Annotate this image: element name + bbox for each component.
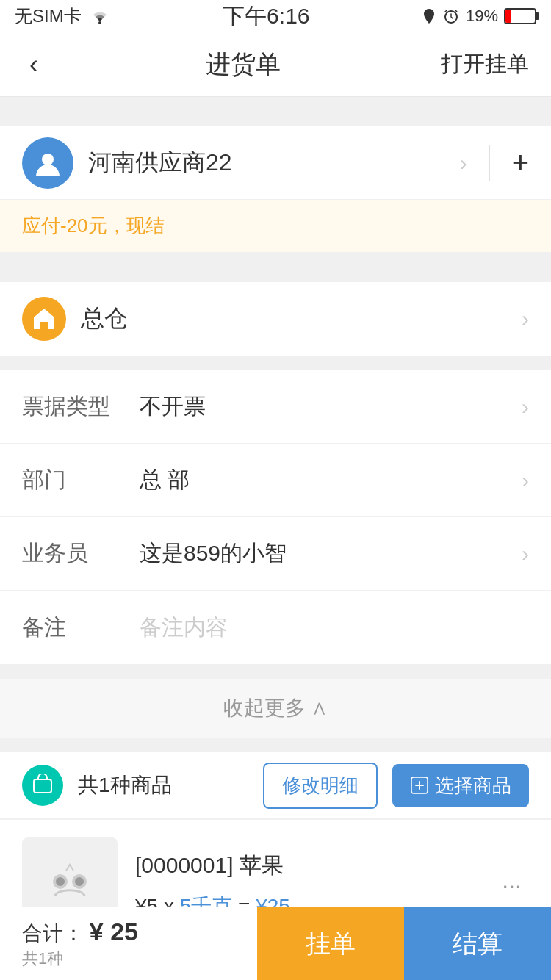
warehouse-row[interactable]: 总仓 › bbox=[0, 282, 551, 356]
notice-text: 应付-20元，现结 bbox=[22, 215, 165, 237]
dept-row[interactable]: 部门 总 部 › bbox=[0, 444, 551, 517]
warehouse-section: 总仓 › bbox=[0, 282, 551, 356]
product-name: [0000001] 苹果 bbox=[135, 851, 477, 881]
total-amount: ¥ 25 bbox=[90, 918, 138, 945]
select-icon bbox=[410, 776, 429, 795]
alarm-icon bbox=[442, 7, 460, 25]
wifi-icon bbox=[89, 8, 111, 24]
add-supplier-button[interactable]: + bbox=[512, 146, 529, 179]
total-label: 合计： bbox=[22, 922, 84, 945]
invoice-value: 不开票 bbox=[110, 392, 522, 422]
supplier-row[interactable]: 河南供应商22 › + bbox=[0, 126, 551, 200]
select-product-button[interactable]: 选择商品 bbox=[392, 764, 529, 807]
form-section: 票据类型 不开票 › 部门 总 部 › 业务员 这是859的小智 › 备注 备注… bbox=[0, 370, 551, 664]
supplier-chevron-icon: › bbox=[460, 151, 467, 176]
edit-detail-button[interactable]: 修改明细 bbox=[263, 763, 378, 809]
supplier-divider bbox=[489, 145, 490, 181]
open-hang-button[interactable]: 打开挂单 bbox=[441, 49, 529, 79]
product-code: [0000001] bbox=[135, 853, 233, 877]
status-left: 无SIM卡 bbox=[15, 4, 111, 28]
supplier-name: 河南供应商22 bbox=[88, 147, 460, 179]
note-label: 备注 bbox=[22, 613, 110, 643]
dept-value: 总 部 bbox=[110, 465, 522, 495]
supplier-section: 河南供应商22 › + 应付-20元，现结 bbox=[0, 126, 551, 253]
invoice-chevron-icon: › bbox=[522, 394, 529, 419]
product-more-button[interactable]: ··· bbox=[494, 865, 529, 907]
status-bar: 无SIM卡 下午6:16 19% bbox=[0, 0, 551, 32]
products-icon bbox=[22, 765, 63, 806]
location-icon bbox=[422, 7, 436, 25]
status-time: 下午6:16 bbox=[223, 1, 309, 32]
status-right: 19% bbox=[422, 7, 536, 26]
invoice-row[interactable]: 票据类型 不开票 › bbox=[0, 370, 551, 444]
battery-icon bbox=[504, 8, 536, 24]
notice-banner: 应付-20元，现结 bbox=[0, 200, 551, 253]
dept-label: 部门 bbox=[22, 465, 110, 495]
collapse-bar[interactable]: 收起更多 ∧ bbox=[0, 679, 551, 738]
cart-icon bbox=[31, 774, 54, 797]
salesperson-row[interactable]: 业务员 这是859的小智 › bbox=[0, 517, 551, 591]
svg-point-9 bbox=[75, 877, 84, 886]
note-placeholder: 备注内容 bbox=[110, 613, 529, 643]
warehouse-chevron-icon: › bbox=[522, 306, 529, 331]
product-title: 苹果 bbox=[240, 853, 284, 877]
note-row[interactable]: 备注 备注内容 bbox=[0, 591, 551, 664]
section-divider-2 bbox=[0, 253, 551, 267]
dept-chevron-icon: › bbox=[522, 468, 529, 493]
warehouse-icon bbox=[22, 297, 66, 341]
salesperson-label: 业务员 bbox=[22, 538, 110, 569]
product-logo-icon bbox=[40, 856, 99, 915]
home-icon bbox=[31, 306, 57, 332]
products-header: 共1种商品 修改明细 选择商品 bbox=[0, 752, 551, 818]
nav-bar: ‹ 进货单 打开挂单 bbox=[0, 32, 551, 97]
total-line: 合计： ¥ 25 bbox=[22, 918, 235, 948]
checkout-button[interactable]: 结算 bbox=[404, 907, 551, 980]
carrier-text: 无SIM卡 bbox=[15, 4, 82, 28]
svg-rect-4 bbox=[34, 779, 51, 793]
salesperson-chevron-icon: › bbox=[522, 541, 529, 566]
section-divider-1 bbox=[0, 97, 551, 112]
svg-point-8 bbox=[56, 877, 65, 886]
warehouse-name: 总仓 bbox=[81, 303, 522, 335]
page-title: 进货单 bbox=[206, 48, 281, 82]
svg-rect-3 bbox=[40, 322, 48, 329]
bottom-bar: 合计： ¥ 25 共1种 挂单 结算 bbox=[0, 907, 551, 980]
back-button[interactable]: ‹ bbox=[22, 42, 46, 87]
total-sub: 共1种 bbox=[22, 948, 235, 970]
select-product-label: 选择商品 bbox=[435, 773, 511, 799]
products-count: 共1种商品 bbox=[78, 771, 248, 799]
svg-point-0 bbox=[98, 21, 101, 24]
hang-button[interactable]: 挂单 bbox=[257, 907, 404, 980]
bottom-total: 合计： ¥ 25 共1种 bbox=[0, 907, 257, 980]
battery-percent: 19% bbox=[466, 7, 498, 26]
invoice-label: 票据类型 bbox=[22, 392, 110, 422]
svg-point-2 bbox=[42, 154, 54, 165]
salesperson-value: 这是859的小智 bbox=[110, 538, 522, 569]
person-icon bbox=[33, 148, 62, 178]
supplier-avatar bbox=[22, 137, 73, 189]
collapse-text: 收起更多 ∧ bbox=[223, 694, 328, 722]
